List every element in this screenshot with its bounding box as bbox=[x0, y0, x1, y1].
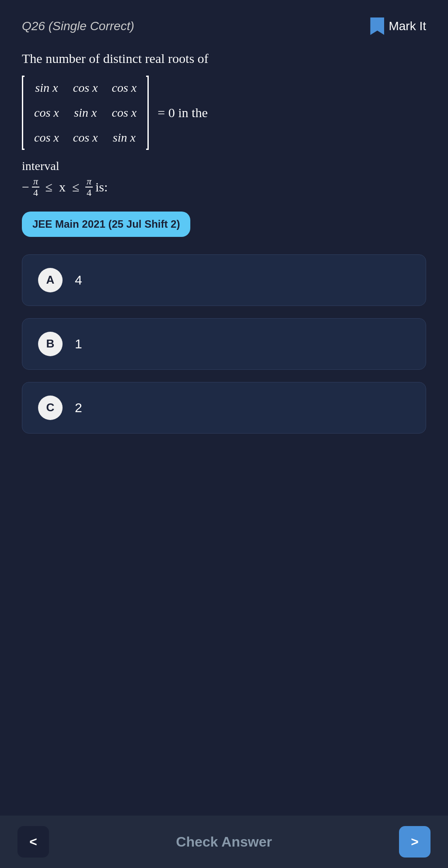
matrix-cell: cos x bbox=[66, 76, 105, 101]
option-value-a: 4 bbox=[75, 273, 82, 288]
interval-is: is: bbox=[95, 177, 108, 198]
question-label: Q26 (Single Correct) bbox=[22, 19, 134, 33]
matrix-cell: cos x bbox=[105, 76, 144, 101]
prev-icon: < bbox=[29, 834, 37, 849]
prev-button[interactable]: < bbox=[18, 826, 49, 858]
matrix-cell: cos x bbox=[27, 101, 66, 125]
option-circle-c: C bbox=[38, 396, 63, 420]
question-header: Q26 (Single Correct) Mark It bbox=[22, 17, 426, 35]
option-card-c[interactable]: C 2 bbox=[22, 382, 426, 434]
question-body: The number of distinct real roots of sin… bbox=[22, 48, 426, 237]
next-icon: > bbox=[411, 834, 419, 849]
option-circle-a: A bbox=[38, 268, 63, 292]
equals-text: = 0 in the bbox=[158, 102, 207, 123]
frac-right: π 4 bbox=[85, 176, 93, 198]
jee-tag[interactable]: JEE Main 2021 (25 Jul Shift 2) bbox=[22, 212, 190, 237]
matrix-cell: cos x bbox=[105, 101, 144, 125]
tag-container: JEE Main 2021 (25 Jul Shift 2) bbox=[22, 212, 426, 237]
matrix-wrapper: sin x cos x cos x cos x sin x cos x cos … bbox=[22, 76, 149, 150]
matrix-equation: sin x cos x cos x cos x sin x cos x cos … bbox=[22, 76, 426, 150]
question-text: The number of distinct real roots of bbox=[22, 48, 426, 69]
matrix-cell: cos x bbox=[66, 125, 105, 150]
option-value-c: 2 bbox=[75, 400, 82, 415]
option-value-b: 1 bbox=[75, 337, 82, 351]
interval-math: − π 4 ≤ x ≤ π 4 is: bbox=[22, 176, 108, 198]
matrix-table: sin x cos x cos x cos x sin x cos x cos … bbox=[27, 76, 144, 150]
bottom-nav: < Check Answer > bbox=[0, 816, 448, 868]
next-button[interactable]: > bbox=[399, 826, 430, 858]
option-card-b[interactable]: B 1 bbox=[22, 318, 426, 370]
frac-left: π 4 bbox=[32, 176, 39, 198]
interval-label: interval bbox=[22, 156, 426, 176]
option-card-a[interactable]: A 4 bbox=[22, 254, 426, 306]
option-circle-b: B bbox=[38, 332, 63, 356]
table-row: cos x sin x cos x bbox=[27, 101, 144, 125]
mark-it-button[interactable]: Mark It bbox=[370, 17, 426, 35]
main-content: Q26 (Single Correct) Mark It The number … bbox=[0, 0, 448, 816]
options-container: A 4 B 1 C 2 bbox=[22, 254, 426, 434]
matrix-cell: sin x bbox=[27, 76, 66, 101]
check-answer-button[interactable]: Check Answer bbox=[176, 834, 272, 850]
table-row: sin x cos x cos x bbox=[27, 76, 144, 101]
matrix-cell: sin x bbox=[66, 101, 105, 125]
matrix-cell: cos x bbox=[27, 125, 66, 150]
mark-it-label: Mark It bbox=[388, 19, 426, 33]
matrix-cell: sin x bbox=[105, 125, 144, 150]
bookmark-icon bbox=[370, 17, 384, 35]
table-row: cos x cos x sin x bbox=[27, 125, 144, 150]
